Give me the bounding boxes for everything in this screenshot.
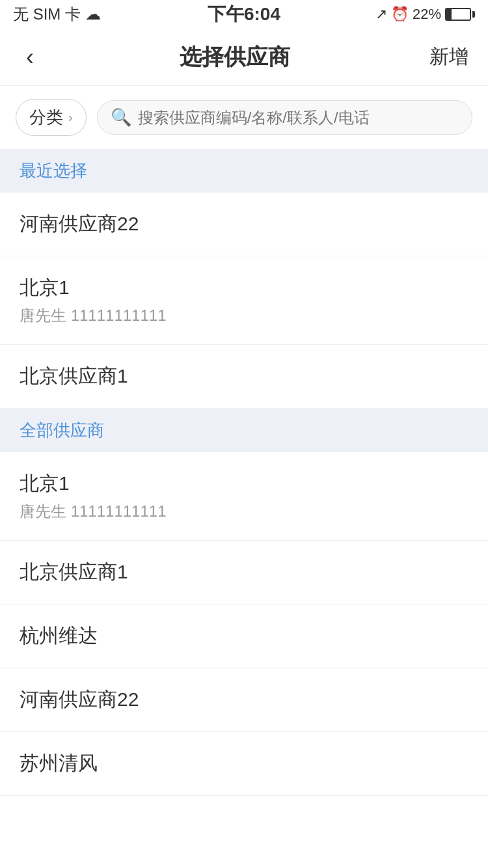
item-name: 北京供应商1 [20, 559, 468, 586]
category-label: 分类 [29, 106, 63, 129]
status-left: 无 SIM 卡 ☁ [13, 4, 101, 25]
category-filter[interactable]: 分类 › [16, 99, 87, 136]
all-items-list: 北京1 唐先生 11111111111 北京供应商1 杭州维达 河南供应商22 … [0, 452, 488, 796]
status-right: ↗ ⏰ 22% [375, 6, 475, 23]
item-name: 北京1 [20, 275, 468, 301]
list-item[interactable]: 河南供应商22 [0, 668, 488, 732]
all-section-header: 全部供应商 [0, 409, 488, 452]
search-box[interactable]: 🔍 [97, 100, 472, 135]
item-name: 杭州维达 [20, 623, 468, 649]
recent-section-header: 最近选择 [0, 149, 488, 193]
status-bar: 无 SIM 卡 ☁ 下午6:04 ↗ ⏰ 22% [0, 0, 488, 29]
back-button[interactable]: ‹ [20, 37, 40, 77]
all-section-label: 全部供应商 [20, 420, 104, 440]
list-item[interactable]: 北京供应商1 [0, 345, 488, 409]
location-icon: ↗ [375, 6, 387, 23]
item-sub: 唐先生 11111111111 [20, 305, 468, 326]
search-input[interactable] [138, 109, 459, 127]
item-name: 河南供应商22 [20, 686, 468, 713]
page-title: 选择供应商 [180, 42, 290, 72]
list-item[interactable]: 北京1 唐先生 11111111111 [0, 256, 488, 345]
list-item[interactable]: 北京供应商1 [0, 541, 488, 604]
no-sim-label: 无 SIM 卡 ☁ [13, 4, 101, 25]
battery-indicator [445, 8, 475, 21]
alarm-icon: ⏰ [391, 6, 409, 23]
add-button[interactable]: 新增 [429, 44, 468, 70]
item-name: 苏州清风 [20, 750, 468, 777]
nav-bar: ‹ 选择供应商 新增 [0, 29, 488, 86]
battery-percent: 22% [413, 6, 441, 23]
recent-items-list: 河南供应商22 北京1 唐先生 11111111111 北京供应商1 [0, 193, 488, 409]
item-name: 河南供应商22 [20, 211, 468, 237]
list-item[interactable]: 北京1 唐先生 11111111111 [0, 452, 488, 541]
list-item[interactable]: 杭州维达 [0, 604, 488, 668]
item-name: 北京供应商1 [20, 363, 468, 390]
list-item[interactable]: 河南供应商22 [0, 193, 488, 256]
item-name: 北京1 [20, 470, 468, 497]
filter-bar: 分类 › 🔍 [0, 86, 488, 149]
search-icon: 🔍 [111, 107, 131, 128]
recent-section-label: 最近选择 [20, 161, 87, 180]
item-sub: 唐先生 11111111111 [20, 501, 468, 522]
status-time: 下午6:04 [208, 2, 280, 27]
list-item[interactable]: 苏州清风 [0, 732, 488, 796]
chevron-right-icon: › [68, 110, 73, 125]
